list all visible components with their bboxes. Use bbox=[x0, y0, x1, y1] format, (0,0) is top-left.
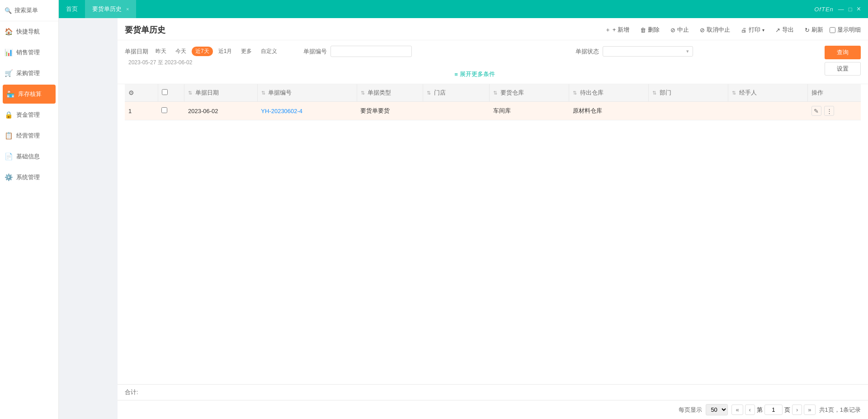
cancel-stop-icon: ⊘ bbox=[700, 27, 705, 33]
doc-status-select[interactable]: ▾ bbox=[603, 46, 693, 57]
stop-label: 中止 bbox=[677, 26, 689, 34]
th-doc-date-label: 单据日期 bbox=[195, 89, 219, 96]
search-icon: 🔍 bbox=[5, 7, 12, 14]
expand-icon: ≡ bbox=[454, 71, 458, 78]
settings-gear-icon[interactable]: ⚙ bbox=[128, 89, 134, 96]
display-detail-toggle[interactable]: 显示明细 bbox=[830, 26, 861, 34]
first-page-btn[interactable]: « bbox=[731, 405, 743, 415]
new-icon: ＋ bbox=[605, 26, 611, 34]
sidebar-item-operation[interactable]: 📋 经营管理 bbox=[0, 125, 58, 146]
data-table: ⚙ ⇅ 单据日期 ⇅ 单据编号 bbox=[125, 84, 861, 120]
date-yesterday-btn[interactable]: 昨天 bbox=[152, 47, 170, 56]
cancel-stop-button[interactable]: ⊘ 取消中止 bbox=[695, 24, 735, 36]
topbar: 首页 要货单历史 × OfTEn — □ × bbox=[59, 0, 868, 18]
row-doc-date: 2023-06-02 bbox=[188, 108, 218, 114]
op-edit-icon[interactable]: ✎ bbox=[811, 106, 821, 116]
date-last1month-btn[interactable]: 近1月 bbox=[215, 47, 236, 56]
gear-icon: ⚙️ bbox=[5, 173, 13, 181]
current-page-input[interactable] bbox=[764, 405, 783, 415]
window-close-btn[interactable]: × bbox=[857, 5, 861, 13]
window-maximize-btn[interactable]: □ bbox=[849, 6, 852, 13]
topbar-right: OfTEn — □ × bbox=[814, 5, 868, 13]
sidebar-item-purchase[interactable]: 🛒 采购管理 bbox=[0, 63, 58, 84]
setting-button[interactable]: 设置 bbox=[825, 62, 861, 76]
sidebar-item-label: 库存核算 bbox=[18, 90, 42, 98]
cell-doc-no: YH-20230602-4 bbox=[257, 102, 357, 120]
main-content: 要货单历史 ＋ + 新增 🗑 删除 ⊘ 中止 ⊘ 取消中止 bbox=[118, 18, 868, 419]
sidebar-item-inventory[interactable]: 🏪 库存核算 bbox=[3, 85, 56, 104]
delete-button[interactable]: 🗑 删除 bbox=[636, 24, 664, 36]
delete-icon: 🗑 bbox=[640, 27, 646, 33]
display-detail-checkbox[interactable] bbox=[830, 27, 835, 33]
sidebar-item-quick-nav[interactable]: 🏠 快捷导航 bbox=[0, 21, 58, 42]
sidebar-item-label: 销售管理 bbox=[16, 48, 40, 57]
prev-page-btn[interactable]: ‹ bbox=[745, 405, 755, 415]
th-doc-no-label: 单据编号 bbox=[268, 89, 292, 96]
th-doc-no: ⇅ 单据编号 bbox=[257, 84, 357, 102]
sidebar-item-label: 采购管理 bbox=[16, 69, 40, 77]
sidebar-item-basic-info[interactable]: 📄 基础信息 bbox=[0, 146, 58, 167]
pagination: 每页显示 50 « ‹ 第 页 › » 共1页，1条记录 bbox=[118, 400, 868, 419]
th-doc-date: ⇅ 单据日期 bbox=[184, 84, 257, 102]
th-store: ⇅ 门店 bbox=[423, 84, 490, 102]
doc-status-filter-section: 单据状态 ▾ bbox=[576, 46, 825, 57]
new-button[interactable]: ＋ + 新增 bbox=[600, 24, 634, 36]
next-page-btn[interactable]: › bbox=[792, 405, 802, 415]
table-footer: 合计: bbox=[118, 384, 868, 400]
doc-no-label: 单据编号 bbox=[303, 48, 327, 56]
table-row: 1 2023-06-02 YH-20230602-4 要货单要货 bbox=[125, 102, 861, 120]
th-department: ⇅ 部门 bbox=[649, 84, 728, 102]
export-button[interactable]: ↗ 导出 bbox=[771, 24, 798, 36]
new-label: + 新增 bbox=[613, 26, 629, 34]
row-num: 1 bbox=[128, 108, 132, 114]
th-checkbox bbox=[158, 84, 184, 102]
expand-conditions-btn[interactable]: ≡ 展开更多条件 bbox=[125, 70, 825, 78]
home-icon: 🏠 bbox=[5, 28, 13, 36]
query-button[interactable]: 查询 bbox=[825, 46, 861, 59]
tab-home-label: 首页 bbox=[66, 5, 78, 13]
op-more-icon[interactable]: ⋮ bbox=[824, 106, 834, 116]
last-page-btn[interactable]: » bbox=[804, 405, 815, 415]
cell-req-wh: 车间库 bbox=[490, 102, 569, 120]
print-label: 打印 bbox=[749, 26, 760, 34]
cell-check bbox=[158, 102, 184, 120]
date-custom-btn[interactable]: 自定义 bbox=[257, 47, 281, 56]
date-shortcuts: 昨天 今天 近7天 近1月 更多 自定义 bbox=[152, 47, 281, 56]
filter-area: 单据日期 昨天 今天 近7天 近1月 更多 自定义 bbox=[118, 40, 868, 84]
delete-label: 删除 bbox=[648, 26, 660, 34]
sidebar-item-finance[interactable]: 🔒 资金管理 bbox=[0, 105, 58, 125]
date-range-text: 2023-05-27 至 2023-06-02 bbox=[128, 59, 192, 66]
row-checkbox[interactable] bbox=[161, 107, 167, 113]
refresh-button[interactable]: ↻ 刷新 bbox=[800, 24, 828, 36]
export-label: 导出 bbox=[782, 26, 794, 34]
print-button[interactable]: 🖨 打印 ▾ bbox=[736, 24, 769, 36]
sidebar-item-label: 资金管理 bbox=[16, 111, 40, 119]
date-last7-btn[interactable]: 近7天 bbox=[192, 47, 213, 56]
sidebar-item-system[interactable]: ⚙️ 系统管理 bbox=[0, 167, 58, 188]
cart-icon: 🛒 bbox=[5, 69, 13, 77]
tab-requisition-history[interactable]: 要货单历史 × bbox=[85, 0, 136, 18]
tab-close-icon[interactable]: × bbox=[126, 6, 129, 12]
page-nav: « ‹ 第 页 › » bbox=[731, 405, 815, 415]
operation-icon: 📋 bbox=[5, 132, 13, 140]
cancel-stop-label: 取消中止 bbox=[707, 26, 730, 34]
sidebar-search[interactable]: 🔍 搜索菜单 bbox=[0, 0, 58, 21]
cell-doc-type: 要货单要货 bbox=[357, 102, 423, 120]
sidebar-item-sales[interactable]: 📊 销售管理 bbox=[0, 42, 58, 63]
select-all-checkbox[interactable] bbox=[162, 89, 168, 95]
stop-button[interactable]: ⊘ 中止 bbox=[666, 24, 693, 36]
table-container: ⚙ ⇅ 单据日期 ⇅ 单据编号 bbox=[118, 84, 868, 384]
th-doc-type: ⇅ 单据类型 bbox=[357, 84, 423, 102]
per-page-select[interactable]: 50 bbox=[706, 404, 728, 415]
tab-requisition-label: 要货单历史 bbox=[92, 5, 122, 13]
doc-no-input[interactable] bbox=[330, 46, 412, 57]
cell-wait-wh: 原材料仓库 bbox=[569, 102, 649, 120]
th-settings: ⚙ bbox=[125, 84, 158, 102]
date-today-btn[interactable]: 今天 bbox=[172, 47, 190, 56]
tab-home[interactable]: 首页 bbox=[59, 0, 85, 18]
date-more-btn[interactable]: 更多 bbox=[237, 47, 255, 56]
page-container: 要货单历史 ＋ + 新增 🗑 删除 ⊘ 中止 ⊘ 取消中止 bbox=[118, 18, 868, 419]
window-minimize-btn[interactable]: — bbox=[838, 6, 844, 13]
row-doc-no-link[interactable]: YH-20230602-4 bbox=[261, 108, 302, 114]
refresh-icon: ↻ bbox=[805, 27, 810, 33]
